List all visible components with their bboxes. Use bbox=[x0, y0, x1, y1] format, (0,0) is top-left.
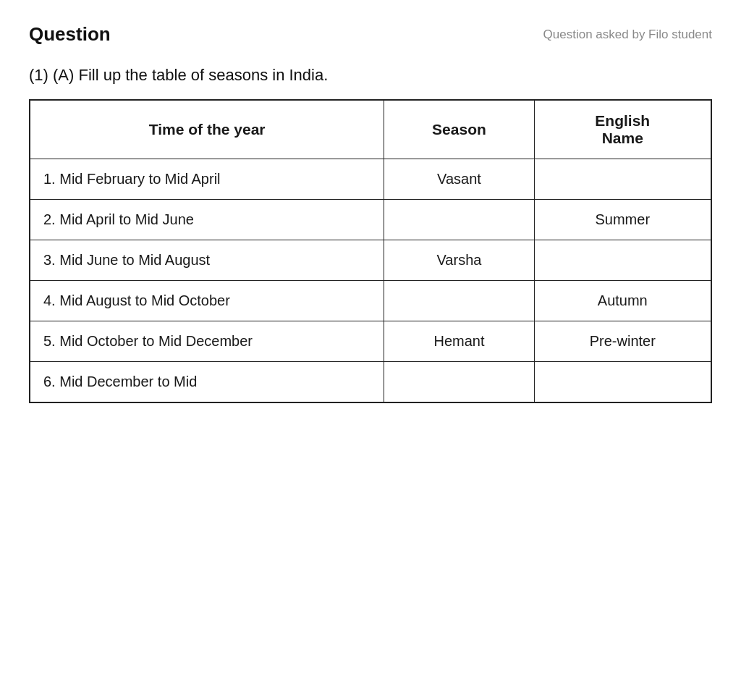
page-subtitle: Question asked by Filo student bbox=[543, 28, 712, 42]
table-header-row: Time of the year Season EnglishName bbox=[30, 100, 711, 159]
table-row: 5. Mid October to Mid December Hemant Pr… bbox=[30, 321, 711, 362]
cell-season-3: Varsha bbox=[384, 240, 534, 281]
page-title: Question bbox=[29, 23, 111, 46]
seasons-table: Time of the year Season EnglishName 1. M… bbox=[29, 99, 712, 403]
cell-season-2 bbox=[384, 200, 534, 240]
col-header-time: Time of the year bbox=[30, 100, 384, 159]
cell-english-6 bbox=[534, 362, 711, 403]
table-row: 4. Mid August to Mid October Autumn bbox=[30, 281, 711, 321]
cell-english-1 bbox=[534, 159, 711, 200]
cell-time-2: 2. Mid April to Mid June bbox=[30, 200, 384, 240]
cell-season-5: Hemant bbox=[384, 321, 534, 362]
cell-season-4 bbox=[384, 281, 534, 321]
cell-time-1: 1. Mid February to Mid April bbox=[30, 159, 384, 200]
table-row: 3. Mid June to Mid August Varsha bbox=[30, 240, 711, 281]
cell-english-3 bbox=[534, 240, 711, 281]
table-row: 6. Mid December to Mid bbox=[30, 362, 711, 403]
cell-english-4: Autumn bbox=[534, 281, 711, 321]
cell-season-6 bbox=[384, 362, 534, 403]
cell-season-1: Vasant bbox=[384, 159, 534, 200]
cell-time-4: 4. Mid August to Mid October bbox=[30, 281, 384, 321]
col-header-season: Season bbox=[384, 100, 534, 159]
col-header-english: EnglishName bbox=[534, 100, 711, 159]
cell-english-2: Summer bbox=[534, 200, 711, 240]
table-row: 2. Mid April to Mid June Summer bbox=[30, 200, 711, 240]
cell-english-5: Pre-winter bbox=[534, 321, 711, 362]
cell-time-5: 5. Mid October to Mid December bbox=[30, 321, 384, 362]
cell-time-3: 3. Mid June to Mid August bbox=[30, 240, 384, 281]
page-header: Question Question asked by Filo student bbox=[29, 23, 712, 46]
table-row: 1. Mid February to Mid April Vasant bbox=[30, 159, 711, 200]
question-text: (1) (A) Fill up the table of seasons in … bbox=[29, 66, 712, 85]
cell-time-6: 6. Mid December to Mid bbox=[30, 362, 384, 403]
